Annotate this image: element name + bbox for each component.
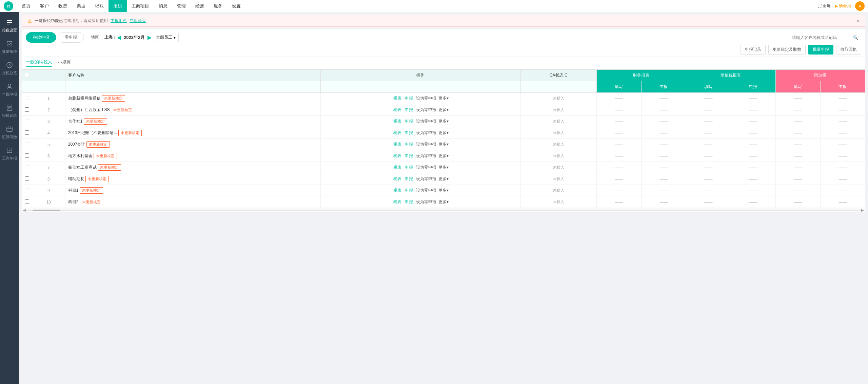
sidebar-item-tax-record[interactable]: 报税记录 xyxy=(0,100,19,122)
scroll-thumb[interactable] xyxy=(33,210,60,211)
op-more[interactable]: 更多▾ xyxy=(438,165,449,170)
op-more[interactable]: 更多▾ xyxy=(438,153,449,158)
scroll-right-arrow[interactable]: ▶ xyxy=(861,208,864,212)
op-tax-form[interactable]: 税表 xyxy=(393,153,401,158)
row-added-report: —— xyxy=(820,93,865,104)
row-checkbox[interactable] xyxy=(25,130,29,135)
op-tax-form[interactable]: 税表 xyxy=(393,130,401,135)
nav-settings[interactable]: 设置 xyxy=(227,0,245,12)
op-set-zero[interactable]: 设为零申报 xyxy=(416,165,436,170)
op-declare[interactable]: 申报 xyxy=(405,188,413,193)
user-avatar[interactable]: A xyxy=(855,1,865,11)
row-checkbox[interactable] xyxy=(25,199,29,204)
op-more[interactable]: 更多▾ xyxy=(438,96,449,101)
banner-link-buy[interactable]: 立即购买 xyxy=(130,18,146,24)
op-declare[interactable]: 申报 xyxy=(405,142,413,147)
row-client-name: 勿删新税网络通信 未更新核定 xyxy=(65,93,321,104)
op-set-zero[interactable]: 设为零申报 xyxy=(416,188,436,193)
row-checkbox[interactable] xyxy=(25,165,29,169)
nav-customer[interactable]: 客户 xyxy=(35,0,54,12)
row-checkbox[interactable] xyxy=(25,96,29,100)
nav-message[interactable]: 消息 xyxy=(154,0,172,12)
search-icon[interactable]: 🔍 xyxy=(853,35,858,40)
row-checkbox[interactable] xyxy=(25,188,29,192)
op-more[interactable]: 更多▾ xyxy=(438,119,449,124)
op-more[interactable]: 更多▾ xyxy=(438,199,449,204)
op-tax-form[interactable]: 税表 xyxy=(393,119,401,124)
op-declare[interactable]: 申报 xyxy=(405,119,413,124)
table-row: 7 杨仙女工资商试 未更新核定 税表 申报 设为零申报 更多▾ 未插入 —— —… xyxy=(22,162,865,173)
nav-operation[interactable]: 经营 xyxy=(191,0,209,12)
op-set-zero[interactable]: 设为零申报 xyxy=(416,176,436,181)
department-select[interactable]: 全部员工 ▾ xyxy=(153,33,179,42)
tab-tax-declaration[interactable]: 税款申报 xyxy=(26,32,56,43)
op-tax-form[interactable]: 税表 xyxy=(393,107,401,112)
sidebar-item-overview[interactable]: 报税总览 xyxy=(0,58,19,79)
banner-link-summary[interactable]: 申报汇总 xyxy=(111,18,127,24)
op-declare[interactable]: 申报 xyxy=(405,130,413,135)
scroll-track[interactable] xyxy=(26,210,861,211)
row-checkbox[interactable] xyxy=(25,153,29,158)
op-set-zero[interactable]: 设为零申报 xyxy=(416,119,436,124)
op-declare[interactable]: 申报 xyxy=(405,165,413,170)
op-more[interactable]: 更多▾ xyxy=(438,176,449,181)
op-tax-form[interactable]: 税表 xyxy=(393,188,401,193)
op-declare[interactable]: 申报 xyxy=(405,96,413,101)
op-tax-form[interactable]: 税表 xyxy=(393,176,401,181)
sidebar-item-personal-tax[interactable]: 个税申报 xyxy=(0,79,19,100)
op-declare[interactable]: 申报 xyxy=(405,153,413,158)
info-icon[interactable]: ℹ xyxy=(114,35,116,40)
row-ca-status: 未插入 xyxy=(520,139,596,150)
record-button[interactable]: 申报记录 xyxy=(741,45,766,55)
tab-general-taxpayer[interactable]: 一般的纳税人 xyxy=(26,59,52,67)
scroll-left-arrow[interactable]: ◀ xyxy=(23,208,26,212)
date-next-button[interactable]: ▶ xyxy=(147,34,152,41)
nav-service[interactable]: 服务 xyxy=(209,0,227,12)
fullscreen-button[interactable]: ⛶ 全屏 xyxy=(817,3,831,9)
sidebar-item-batch-tax[interactable]: 批量报税 xyxy=(0,36,19,58)
tab-zero-declaration[interactable]: 零申报 xyxy=(58,32,84,43)
nav-fee[interactable]: 收费 xyxy=(54,0,72,12)
recall-button[interactable]: 收取回执 xyxy=(836,45,861,55)
row-checkbox[interactable] xyxy=(25,107,29,112)
horizontal-scrollbar[interactable]: ◀ ▶ xyxy=(22,208,865,212)
op-tax-form[interactable]: 税表 xyxy=(393,142,401,147)
op-tax-form[interactable]: 税表 xyxy=(393,96,401,101)
upgrade-button[interactable]: ▶ 畅会员 xyxy=(835,3,851,9)
op-set-zero[interactable]: 设为零申报 xyxy=(416,130,436,135)
row-checkbox[interactable] xyxy=(25,119,29,123)
op-declare[interactable]: 申报 xyxy=(405,199,413,204)
op-declare[interactable]: 申报 xyxy=(405,176,413,181)
op-set-zero[interactable]: 设为零申报 xyxy=(416,96,436,101)
sidebar-item-annual-settlement[interactable]: 汇算清缴 xyxy=(0,122,19,143)
op-more[interactable]: 更多▾ xyxy=(438,188,449,193)
nav-home[interactable]: 首页 xyxy=(17,0,35,12)
row-checkbox[interactable] xyxy=(25,142,29,146)
banner-close-button[interactable]: ✕ xyxy=(856,19,860,23)
op-declare[interactable]: 申报 xyxy=(405,107,413,112)
update-button[interactable]: 更新统定及取数 xyxy=(768,45,806,55)
select-all-checkbox[interactable] xyxy=(25,73,29,77)
search-input[interactable] xyxy=(792,35,853,40)
op-more[interactable]: 更多▾ xyxy=(438,142,449,147)
nav-invoice[interactable]: 票据 xyxy=(72,0,90,12)
nav-business[interactable]: 工商项目 xyxy=(127,0,154,12)
op-tax-form[interactable]: 税表 xyxy=(393,199,401,204)
app-logo[interactable]: 财 xyxy=(3,1,14,11)
op-more[interactable]: 更多▾ xyxy=(438,130,449,135)
nav-tax[interactable]: 报税 xyxy=(108,0,127,12)
nav-ledger[interactable]: 记账 xyxy=(90,0,108,12)
sidebar-item-tax-settings[interactable]: 报税设置 xyxy=(0,15,19,36)
op-set-zero[interactable]: 设为零申报 xyxy=(416,153,436,158)
op-tax-form[interactable]: 税表 xyxy=(393,165,401,170)
op-set-zero[interactable]: 设为零申报 xyxy=(416,199,436,204)
op-set-zero[interactable]: 设为零申报 xyxy=(416,107,436,112)
op-more[interactable]: 更多▾ xyxy=(438,107,449,112)
batch-declare-button[interactable]: 批量申报 xyxy=(808,45,833,55)
sidebar-item-business-annual[interactable]: 工商年报 xyxy=(0,143,19,164)
tab-small-scale[interactable]: 小规模 xyxy=(58,59,71,67)
nav-manage[interactable]: 管理 xyxy=(172,0,191,12)
row-checkbox[interactable] xyxy=(25,176,29,181)
date-prev-button[interactable]: ◀ xyxy=(117,34,121,41)
op-set-zero[interactable]: 设为零申报 xyxy=(416,142,436,147)
